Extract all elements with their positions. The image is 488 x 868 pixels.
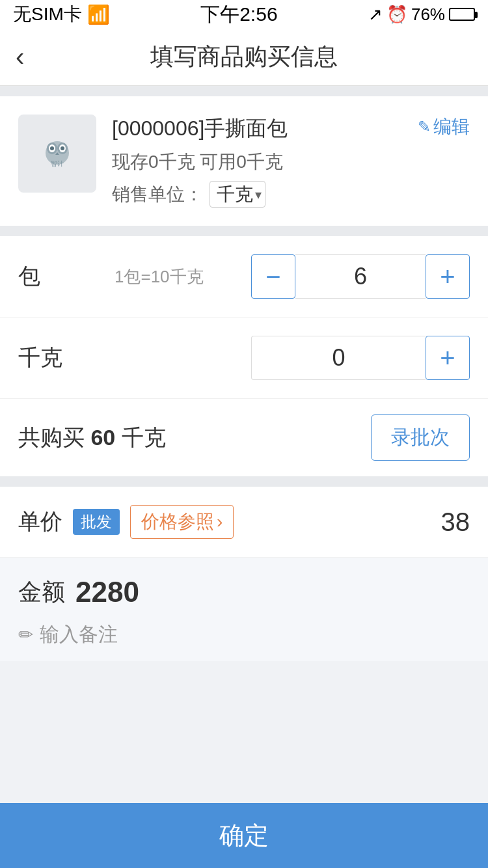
alarm-icon: ⏰ xyxy=(386,5,407,25)
product-image-icon: 智计 xyxy=(38,130,77,177)
total-qty: 60 xyxy=(90,425,121,450)
bao-plus-button[interactable]: + xyxy=(426,254,470,299)
total-label: 共购买 xyxy=(18,425,85,450)
remark-icon: ✏ xyxy=(18,624,33,645)
amount-label: 金额 xyxy=(18,576,65,608)
section-divider-1 xyxy=(0,86,488,96)
price-ref-chevron: › xyxy=(217,511,223,532)
svg-point-5 xyxy=(50,146,54,150)
remark-text: 输入备注 xyxy=(40,621,118,648)
status-right: ↗ ⏰ 76% xyxy=(368,5,475,25)
battery-bar xyxy=(449,8,475,21)
bao-qty-control: − + xyxy=(251,254,470,299)
product-unit-row: 销售单位： 千克 xyxy=(112,181,470,208)
edit-icon: ✎ xyxy=(418,118,431,136)
bao-qty-input[interactable] xyxy=(295,254,426,299)
product-stock: 现存0千克 可用0千克 xyxy=(112,150,470,174)
confirm-bar[interactable]: 确定 xyxy=(0,803,488,868)
price-label: 单价 xyxy=(18,507,62,537)
total-row: 共购买 60 千克 录批次 xyxy=(0,399,488,476)
price-value: 38 xyxy=(441,508,470,537)
bao-minus-button[interactable]: − xyxy=(251,254,295,299)
product-info: [0000006]手撕面包 现存0千克 可用0千克 销售单位： 千克 xyxy=(112,115,470,208)
wifi-icon: 📶 xyxy=(87,4,110,25)
section-divider-2 xyxy=(0,226,488,236)
confirm-button-label: 确定 xyxy=(219,819,269,852)
nav-bar: ‹ 填写商品购买信息 xyxy=(0,29,488,86)
svg-text:智计: 智计 xyxy=(51,160,64,167)
amount-section: 金额 2280 ✏ 输入备注 xyxy=(0,558,488,661)
carrier-label: 无SIM卡 xyxy=(13,2,82,27)
page-title: 填写商品购买信息 xyxy=(150,41,338,73)
price-badge: 批发 xyxy=(73,509,120,535)
kg-label: 千克 xyxy=(18,343,109,373)
form-section: 包 1包=10千克 − + 千克 + xyxy=(0,236,488,399)
remark-row[interactable]: ✏ 输入备注 xyxy=(18,621,470,648)
bao-row: 包 1包=10千克 − + xyxy=(0,236,488,318)
bao-sublabel: 1包=10千克 xyxy=(115,265,204,288)
product-thumbnail: 智计 xyxy=(18,115,96,193)
total-unit: 千克 xyxy=(122,425,166,450)
unit-select[interactable]: 千克 xyxy=(210,181,265,208)
price-ref-button[interactable]: 价格参照 › xyxy=(130,505,234,539)
unit-select-wrap[interactable]: 千克 xyxy=(210,181,265,208)
product-name: [0000006]手撕面包 xyxy=(112,115,470,143)
total-text: 共购买 60 千克 xyxy=(18,423,166,453)
status-time: 下午2:56 xyxy=(200,1,277,28)
batch-button[interactable]: 录批次 xyxy=(371,414,470,461)
location-icon: ↗ xyxy=(368,5,383,25)
kg-qty-input[interactable] xyxy=(251,336,426,380)
amount-value: 2280 xyxy=(75,576,139,608)
edit-label: 编辑 xyxy=(433,115,470,139)
unit-label: 销售单位： xyxy=(112,182,203,207)
back-button[interactable]: ‹ xyxy=(16,42,24,72)
battery-percent: 76% xyxy=(411,5,445,25)
bao-label: 包 xyxy=(18,262,109,292)
kg-plus-button[interactable]: + xyxy=(426,336,470,380)
kg-qty-control: + xyxy=(251,336,470,380)
status-bar: 无SIM卡 📶 下午2:56 ↗ ⏰ 76% xyxy=(0,0,488,29)
edit-button[interactable]: ✎ 编辑 xyxy=(418,115,470,139)
section-divider-3 xyxy=(0,476,488,487)
price-ref-label: 价格参照 xyxy=(141,509,214,534)
status-left: 无SIM卡 📶 xyxy=(13,2,110,27)
product-card: 智计 [0000006]手撕面包 现存0千克 可用0千克 销售单位： 千克 ✎ … xyxy=(0,96,488,226)
price-row: 单价 批发 价格参照 › 38 xyxy=(0,487,488,558)
price-section: 单价 批发 价格参照 › 38 xyxy=(0,487,488,558)
svg-point-6 xyxy=(61,146,64,150)
kg-row: 千克 + xyxy=(0,318,488,399)
amount-row: 金额 2280 xyxy=(18,576,470,608)
